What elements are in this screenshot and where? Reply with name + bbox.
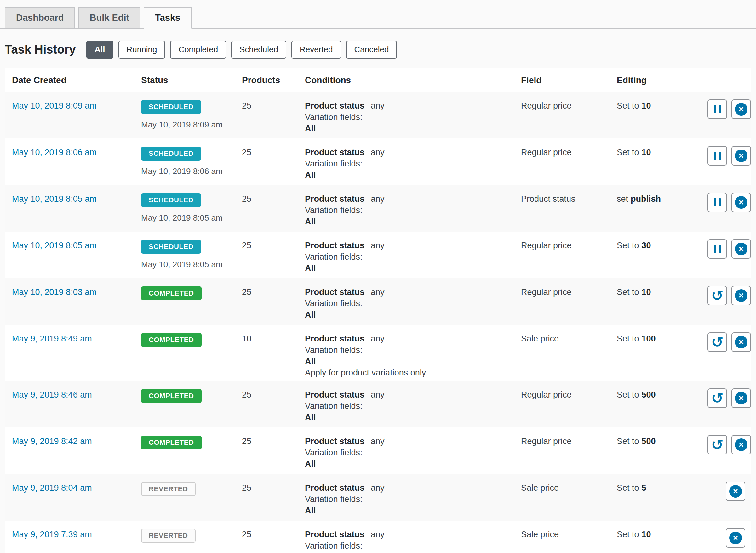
date-created-cell: May 9, 2019 8:49 am xyxy=(5,325,134,347)
task-row: May 9, 2019 7:39 am REVERTED 25 Product … xyxy=(5,521,751,553)
editing-prefix: Set to xyxy=(617,241,639,250)
field-cell: Sale price xyxy=(514,474,610,496)
task-date-link[interactable]: May 9, 2019 8:46 am xyxy=(12,390,92,399)
variation-fields-label: Variation fields: xyxy=(305,158,511,169)
task-date-link[interactable]: May 10, 2019 8:03 am xyxy=(12,287,97,297)
conditions-cell: Product statusany Variation fields: All … xyxy=(298,325,514,381)
date-created-cell: May 10, 2019 8:05 am xyxy=(5,232,134,254)
products-cell: 25 xyxy=(235,139,298,161)
variation-fields-value: All xyxy=(305,356,511,367)
editing-cell: Set to500 xyxy=(610,427,707,450)
revert-button[interactable]: ↺ xyxy=(707,332,727,352)
pause-button[interactable] xyxy=(707,239,727,259)
field-cell: Product status xyxy=(514,185,610,207)
condition-line: Product statusany xyxy=(305,100,511,111)
task-row: May 10, 2019 8:09 am SCHEDULED May 10, 2… xyxy=(5,92,751,139)
editing-cell: Set to10 xyxy=(610,521,707,543)
status-badge: COMPLETED xyxy=(141,389,202,403)
pause-button[interactable] xyxy=(707,99,727,119)
condition-line: Product statusany xyxy=(305,436,511,447)
task-date-link[interactable]: May 10, 2019 8:06 am xyxy=(12,148,97,157)
pause-button[interactable] xyxy=(707,146,727,166)
editing-prefix: set xyxy=(617,194,628,204)
cancel-button[interactable]: × xyxy=(732,239,751,259)
condition-label: Product status xyxy=(305,148,364,157)
status-filters: All Running Completed Scheduled Reverted… xyxy=(86,41,397,59)
cancel-button[interactable]: × xyxy=(726,482,745,501)
tab-dashboard[interactable]: Dashboard xyxy=(5,7,75,29)
cancel-button[interactable]: × xyxy=(732,146,751,166)
editing-cell: setpublish xyxy=(610,185,707,207)
condition-line: Product statusany xyxy=(305,240,511,251)
row-actions: ↺× xyxy=(707,427,756,455)
status-badge: COMPLETED xyxy=(141,287,202,300)
cancel-button[interactable]: × xyxy=(732,332,751,352)
column-header-status: Status xyxy=(134,68,235,92)
variation-fields-value: All xyxy=(305,123,511,134)
revert-button[interactable]: ↺ xyxy=(707,388,727,408)
date-created-cell: May 9, 2019 7:39 am xyxy=(5,521,134,543)
condition-label: Product status xyxy=(305,241,364,250)
variation-fields-label: Variation fields: xyxy=(305,540,511,551)
condition-label: Product status xyxy=(305,530,364,539)
conditions-cell: Product statusany Variation fields: All xyxy=(298,381,514,425)
pause-button[interactable] xyxy=(707,192,727,212)
field-cell: Regular price xyxy=(514,427,610,450)
products-cell: 25 xyxy=(235,381,298,403)
condition-value: any xyxy=(371,101,385,110)
task-date-link[interactable]: May 10, 2019 8:09 am xyxy=(12,101,97,110)
cancel-button[interactable]: × xyxy=(732,388,751,408)
editing-prefix: Set to xyxy=(617,437,639,446)
revert-button[interactable]: ↺ xyxy=(707,286,727,305)
cancel-circle-icon: × xyxy=(735,392,748,404)
editing-prefix: Set to xyxy=(617,390,639,399)
task-date-link[interactable]: May 9, 2019 8:49 am xyxy=(12,334,92,343)
filter-completed[interactable]: Completed xyxy=(170,41,226,59)
task-table-body: May 10, 2019 8:09 am SCHEDULED May 10, 2… xyxy=(5,92,751,553)
status-date: May 10, 2019 8:05 am xyxy=(141,212,232,224)
condition-label: Product status xyxy=(305,101,364,110)
status-date: May 10, 2019 8:09 am xyxy=(141,119,232,130)
row-actions: × xyxy=(707,92,756,119)
variation-fields-value: All xyxy=(305,505,511,516)
cancel-button[interactable]: × xyxy=(732,99,751,119)
editing-cell: Set to5 xyxy=(610,474,707,496)
variation-fields-label: Variation fields: xyxy=(305,447,511,458)
variation-fields-value: All xyxy=(305,412,511,423)
filter-scheduled[interactable]: Scheduled xyxy=(231,41,286,59)
filter-canceled[interactable]: Canceled xyxy=(346,41,397,59)
status-cell: REVERTED xyxy=(134,521,235,545)
editing-cell: Set to10 xyxy=(610,278,707,300)
editing-value: publish xyxy=(631,194,661,204)
task-date-link[interactable]: May 10, 2019 8:05 am xyxy=(12,194,97,204)
tab-tasks[interactable]: Tasks xyxy=(144,7,192,29)
pause-icon xyxy=(714,245,721,253)
cancel-button[interactable]: × xyxy=(732,192,751,212)
pause-icon xyxy=(714,105,721,113)
revert-button[interactable]: ↺ xyxy=(707,435,727,455)
cancel-button[interactable]: × xyxy=(732,286,751,305)
row-actions: × xyxy=(707,232,756,259)
task-row: May 9, 2019 8:42 am COMPLETED 25 Product… xyxy=(5,427,751,474)
cancel-button[interactable]: × xyxy=(726,528,745,548)
cancel-button[interactable]: × xyxy=(732,435,751,455)
filter-reverted[interactable]: Reverted xyxy=(291,41,341,59)
pause-icon xyxy=(714,152,721,160)
task-date-link[interactable]: May 10, 2019 8:05 am xyxy=(12,241,97,250)
products-cell: 25 xyxy=(235,521,298,543)
variation-fields-label: Variation fields: xyxy=(305,298,511,309)
editing-prefix: Set to xyxy=(617,101,639,110)
conditions-cell: Product statusany Variation fields: All xyxy=(298,92,514,137)
filter-all[interactable]: All xyxy=(86,41,113,59)
variation-fields-label: Variation fields: xyxy=(305,400,511,412)
status-badge: REVERTED xyxy=(141,529,196,543)
conditions-note: Apply for product variations only. xyxy=(305,367,511,378)
task-history-header: Task History All Running Completed Sched… xyxy=(5,41,751,59)
filter-running[interactable]: Running xyxy=(119,41,165,59)
tab-bulk-edit[interactable]: Bulk Edit xyxy=(78,7,140,29)
task-date-link[interactable]: May 9, 2019 8:42 am xyxy=(12,437,92,446)
task-date-link[interactable]: May 9, 2019 7:39 am xyxy=(12,530,92,539)
editing-value: 10 xyxy=(642,101,651,110)
task-date-link[interactable]: May 9, 2019 8:04 am xyxy=(12,483,92,492)
date-created-cell: May 10, 2019 8:06 am xyxy=(5,139,134,161)
